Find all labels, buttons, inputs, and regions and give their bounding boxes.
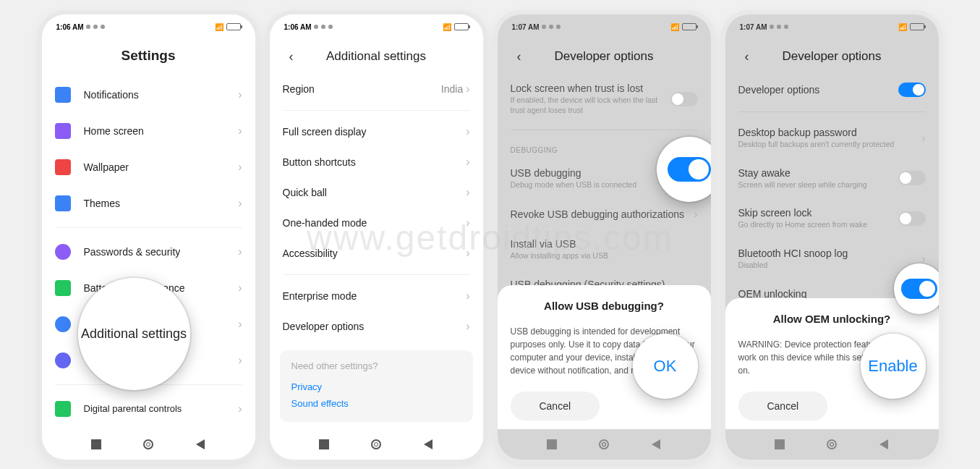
skip-toggle[interactable] xyxy=(898,211,926,226)
fullscreen-item[interactable]: Full screen display› xyxy=(270,117,483,147)
header: ‹ Additional settings xyxy=(270,39,483,74)
chevron-right-icon: › xyxy=(466,186,469,199)
recents-button[interactable] xyxy=(774,439,785,450)
highlight-enable: Enable xyxy=(861,334,926,399)
cancel-button[interactable]: Cancel xyxy=(738,392,828,421)
home-button[interactable] xyxy=(826,439,838,450)
chevron-right-icon: › xyxy=(466,125,469,138)
buttons-item[interactable]: Button shortcuts› xyxy=(270,147,483,177)
chevron-right-icon: › xyxy=(238,88,242,101)
lockscreen-item[interactable]: Lock screen when trust is lostIf enabled… xyxy=(498,74,711,124)
battery-icon xyxy=(454,23,469,30)
modal-title: Allow USB debugging? xyxy=(511,300,698,312)
chevron-right-icon: › xyxy=(466,320,469,333)
status-bar: 1:06 AM 📶 xyxy=(270,14,483,39)
back-button[interactable]: ‹ xyxy=(283,48,300,65)
themes-icon xyxy=(55,195,71,211)
region-item[interactable]: RegionIndia› xyxy=(270,74,483,104)
chevron-right-icon: › xyxy=(466,156,469,169)
install-usb-item[interactable]: Install via USBAllow installing apps via… xyxy=(498,229,711,270)
back-button[interactable] xyxy=(195,439,206,450)
accessibility-item[interactable]: Accessibility› xyxy=(270,238,483,269)
additional-icon xyxy=(55,352,71,368)
revoke-item[interactable]: Revoke USB debugging authorizations› xyxy=(498,199,711,229)
header: ‹ Developer options xyxy=(725,39,939,74)
notifications-icon xyxy=(55,87,71,103)
settings-item-special[interactable]: Special features› xyxy=(42,427,255,429)
onehanded-item[interactable]: One-handed mode› xyxy=(270,208,483,238)
chevron-right-icon: › xyxy=(238,402,242,415)
status-bar: 1:07 AM 📶 xyxy=(498,14,711,39)
back-button[interactable] xyxy=(878,439,890,450)
signal-icon: 📶 xyxy=(215,23,223,31)
chevron-right-icon: › xyxy=(466,83,469,96)
signal-icon: 📶 xyxy=(443,23,451,31)
privacy-link[interactable]: Privacy xyxy=(291,379,461,395)
time: 1:07 AM xyxy=(512,23,540,31)
settings-item-home[interactable]: Home screen› xyxy=(42,113,255,149)
chevron-right-icon: › xyxy=(466,247,469,260)
sound-link[interactable]: Sound effects xyxy=(291,395,461,412)
page-title: Developer options xyxy=(528,49,681,64)
back-button[interactable] xyxy=(422,439,434,450)
page-title: Settings xyxy=(42,39,255,77)
signal-icon: 📶 xyxy=(670,23,679,31)
enterprise-item[interactable]: Enterprise mode› xyxy=(270,281,483,311)
battery-icon xyxy=(910,23,924,30)
footer-box: Need other settings? Privacy Sound effec… xyxy=(280,350,473,422)
highlight-magnifier: Additional settings xyxy=(78,278,190,390)
modal-title: Allow OEM unlocking? xyxy=(738,313,926,325)
settings-item-themes[interactable]: Themes› xyxy=(42,185,255,221)
awake-toggle[interactable] xyxy=(898,171,926,185)
skip-lock-item[interactable]: Skip screen lockGo directly to Home scre… xyxy=(725,198,939,239)
developer-item[interactable]: Developer options› xyxy=(270,311,483,342)
back-button[interactable]: ‹ xyxy=(738,48,756,65)
usb-toggle-magnified xyxy=(668,157,711,182)
signal-icon: 📶 xyxy=(898,23,907,31)
page-title: Additional settings xyxy=(300,49,453,64)
battery-icon xyxy=(682,23,696,30)
settings-item-security[interactable]: Passwords & security› xyxy=(42,234,255,270)
nav-bar xyxy=(725,429,939,460)
header: ‹ Developer options xyxy=(498,39,711,74)
backup-item[interactable]: Desktop backup passwordDesktop full back… xyxy=(725,118,939,159)
stay-awake-item[interactable]: Stay awakeScreen will never sleep while … xyxy=(725,159,939,199)
phone-1: 1:06 AM 📶 Settings Notifications› Home s… xyxy=(42,14,255,460)
oem-toggle-magnified xyxy=(901,279,937,299)
chevron-right-icon: › xyxy=(238,245,242,258)
chevron-right-icon: › xyxy=(238,197,242,210)
cancel-button[interactable]: Cancel xyxy=(511,392,600,421)
wallpaper-icon xyxy=(55,159,71,175)
settings-item-notifications[interactable]: Notifications› xyxy=(42,77,255,113)
dev-toggle[interactable] xyxy=(898,83,926,97)
nav-bar xyxy=(270,429,483,460)
digital-icon xyxy=(55,401,71,417)
status-bar: 1:07 AM 📶 xyxy=(725,14,939,39)
lock-toggle[interactable] xyxy=(670,92,698,106)
phone-4: 1:07 AM 📶 ‹ Developer options Developer … xyxy=(725,14,939,460)
security-icon xyxy=(55,244,71,260)
settings-item-digital[interactable]: Digital parental controls› xyxy=(42,391,255,427)
recents-button[interactable] xyxy=(90,439,102,450)
back-button[interactable]: ‹ xyxy=(511,48,528,65)
phone-2: 1:06 AM 📶 ‹ Additional settings RegionIn… xyxy=(270,14,483,460)
home-button[interactable] xyxy=(598,439,610,450)
chevron-right-icon: › xyxy=(466,290,469,303)
chevron-right-icon: › xyxy=(238,161,242,174)
chevron-right-icon: › xyxy=(238,282,242,295)
back-button[interactable] xyxy=(650,439,662,450)
chevron-right-icon: › xyxy=(694,208,697,221)
recents-button[interactable] xyxy=(546,439,558,450)
recents-button[interactable] xyxy=(318,439,330,450)
home-button[interactable] xyxy=(142,439,154,450)
home-button[interactable] xyxy=(370,439,382,450)
home-icon xyxy=(55,123,71,139)
chevron-right-icon: › xyxy=(466,216,469,229)
chevron-right-icon: › xyxy=(238,124,242,138)
footer-hint: Need other settings? xyxy=(291,360,461,371)
nav-bar xyxy=(42,429,255,460)
settings-item-wallpaper[interactable]: Wallpaper› xyxy=(42,149,255,185)
gear-icon xyxy=(55,316,71,332)
quickball-item[interactable]: Quick ball› xyxy=(270,177,483,208)
dev-options-item[interactable]: Developer options xyxy=(725,74,939,106)
